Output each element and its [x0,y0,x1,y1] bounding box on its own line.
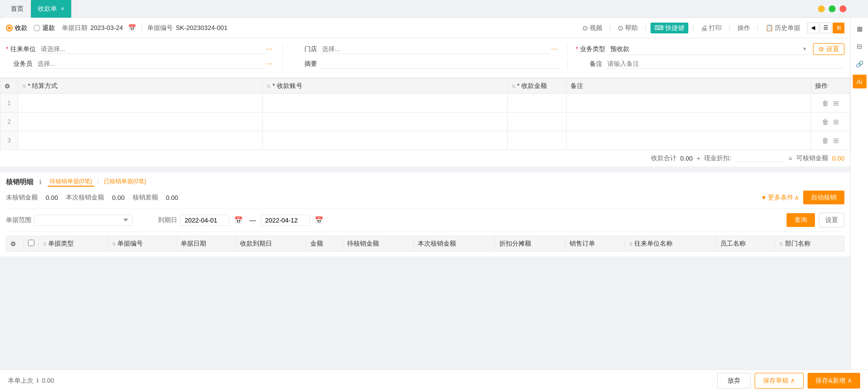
auto-cancel-btn[interactable]: 自动核销 [803,191,844,204]
copy-icon-1[interactable]: ⊞ [833,99,839,107]
account-input-1[interactable] [263,94,507,112]
settlement-input-2[interactable] [18,112,262,131]
counterpart-input[interactable] [39,44,264,54]
save-new-button[interactable]: 保存&新增 ∧ [808,373,860,389]
sub-col-settings[interactable]: ⚙ [6,236,24,251]
note-cell-2[interactable] [566,112,811,131]
shop-more-btn[interactable]: ··· [549,45,559,54]
note-input[interactable] [605,59,844,69]
account-cell-2[interactable] [263,112,507,131]
note-input-1[interactable] [567,94,811,112]
settlement-cell-2[interactable] [18,112,263,131]
col-settings[interactable]: ⚙ [0,79,18,94]
layout-grid-btn[interactable]: ⊞ [833,23,844,33]
delete-icon-3[interactable]: 🗑 [822,137,829,144]
amount-input-1[interactable] [508,94,566,112]
radio-refund[interactable]: 退款 [33,24,55,32]
staff-more-btn[interactable]: ··· [264,59,274,68]
sub-col-number: ⇅ 单据编号 [108,236,177,251]
delete-icon-1[interactable]: 🗑 [822,99,829,107]
range-select[interactable] [34,215,133,226]
date-from-input[interactable] [180,215,229,226]
sort-dept: ⇅ [779,241,783,247]
account-cell-1[interactable] [263,94,507,112]
account-input-3[interactable] [263,131,507,149]
tab-pending[interactable]: 待核销单据(0笔) [48,177,94,187]
summary-input[interactable] [320,59,559,69]
amount-cell-1[interactable] [507,94,566,112]
more-filters-btn[interactable]: ▼ 更多条件 ∧ [760,193,799,202]
operation-btn[interactable]: 操作 [734,23,753,33]
order-info-icon[interactable]: ℹ [36,377,39,384]
note-input-3[interactable] [567,131,811,149]
copy-icon-2[interactable]: ⊞ [833,118,839,126]
maximize-button[interactable] [829,5,836,12]
tab-collect[interactable]: 收款单 × [31,0,72,18]
print-btn[interactable]: 🖨 打印 [698,23,725,33]
note-cell-3[interactable] [566,131,811,150]
shop-input[interactable] [320,44,549,54]
shortcut-btn[interactable]: ⌨ 快捷键 [651,23,688,33]
sort-number: ⇅ [112,241,116,247]
window-controls [818,5,846,12]
settings-button[interactable]: ⚙ 设置 [813,43,844,55]
delete-icon-2[interactable]: 🗑 [822,118,829,126]
counterpart-more-btn[interactable]: ··· [264,45,274,54]
settlement-cell-1[interactable] [18,94,263,112]
note-cell-1[interactable] [566,94,811,112]
abandon-button[interactable]: 放弃 [717,373,751,389]
filter-settings-btn[interactable]: 设置 [819,213,844,227]
settlement-input-3[interactable] [18,131,262,149]
calendar-from-icon[interactable]: 📅 [234,216,243,224]
help-btn[interactable]: ⊙ 帮助 [615,23,641,33]
amount-cell-2[interactable] [507,112,566,131]
business-type-arrow[interactable]: ▼ [802,46,807,52]
minimize-button[interactable] [818,5,825,12]
copy-icon-3[interactable]: ⊞ [833,137,839,144]
sub-col-staff: 员工名称 [716,236,775,251]
save-new-label: 保存&新增 [815,376,845,385]
right-panel-ai-btn[interactable]: Ai [853,75,867,88]
video-btn[interactable]: ⊙ 视频 [579,23,605,33]
print-label: 打印 [709,24,722,32]
save-draft-button[interactable]: 保存草稿 ∧ [755,373,804,389]
radio-collect-circle [6,25,13,31]
close-button[interactable] [840,5,846,12]
amount-input-3[interactable] [508,131,566,149]
layout-prev-btn[interactable]: ◀ [807,23,819,33]
radio-collect[interactable]: 收款 [6,24,27,32]
discount-input[interactable] [735,154,785,162]
verif-info-icon[interactable]: ℹ [39,179,42,186]
history-btn[interactable]: 📋 历史单据 [762,23,803,33]
filter-icon: ▼ [760,194,767,201]
right-panel-table-btn[interactable]: ▦ [853,22,867,35]
settlement-input-1[interactable] [18,94,262,112]
settlement-cell-3[interactable] [18,131,263,150]
tab-done[interactable]: 已核销单据(0笔) [102,177,148,187]
account-cell-3[interactable] [263,131,507,150]
toolbar-right: ⊙ 视频 | ⊙ 帮助 | ⌨ 快捷键 | 🖨 打印 | 操作 | [579,23,844,33]
amount-cell-3[interactable] [507,131,566,150]
action-cell-3: 🗑 ⊞ [811,131,850,150]
calendar-to-icon[interactable]: 📅 [315,216,323,224]
sub-col-checkbox[interactable] [24,236,39,251]
history-icon: 📋 [765,24,773,31]
right-panel-link-btn[interactable]: 🔗 [853,57,867,71]
print-icon: 🖨 [701,24,707,32]
note-input-2[interactable] [567,112,811,131]
layout-list-btn[interactable]: ☰ [820,23,832,33]
business-type-selector[interactable]: 预收款 ▼ [608,44,809,55]
calendar-icon[interactable]: 📅 [128,24,136,31]
radio-refund-circle [33,25,40,31]
tab-home[interactable]: 首页 [4,0,31,18]
amount-input-2[interactable] [508,112,566,131]
staff-input[interactable] [35,59,264,69]
date-label: 单据日期 [62,24,87,32]
right-panel-list-btn[interactable]: ⊟ [853,39,867,53]
date-to-input[interactable] [261,215,310,226]
select-all-checkbox[interactable] [28,240,34,246]
query-btn[interactable]: 查询 [787,213,815,227]
tab-close-icon[interactable]: × [61,5,64,12]
account-input-2[interactable] [263,112,507,131]
row-num-1: 1 [0,94,18,112]
